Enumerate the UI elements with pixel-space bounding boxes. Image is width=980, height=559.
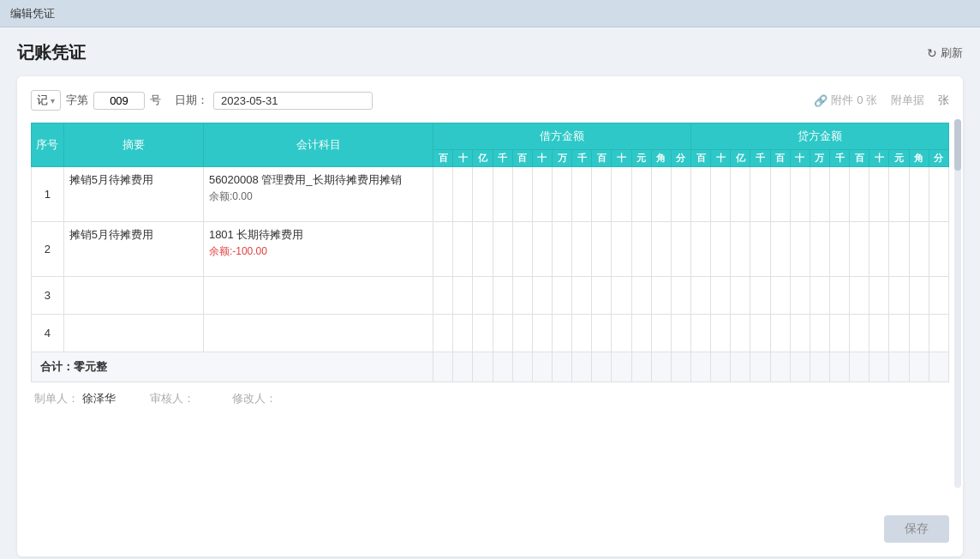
row-3-debit-10[interactable] — [612, 277, 631, 315]
scrollbar-thumb[interactable] — [954, 119, 961, 171]
row-1-credit-5[interactable] — [770, 167, 790, 222]
row-2-credit-1[interactable] — [691, 222, 711, 277]
row-4-credit-12[interactable] — [909, 315, 929, 352]
row-3-debit-1[interactable] — [433, 277, 453, 315]
table-row[interactable]: 3 — [32, 277, 949, 315]
row-3-debit-6[interactable] — [532, 277, 552, 315]
row-4-debit-5[interactable] — [512, 315, 532, 352]
row-4-credit-4[interactable] — [750, 315, 770, 352]
row-2-credit-8[interactable] — [830, 222, 850, 277]
row-2-debit-8[interactable] — [572, 222, 592, 277]
row-2-debit-4[interactable] — [493, 222, 512, 277]
row-4-credit-6[interactable] — [790, 315, 810, 352]
row-3-debit-12[interactable] — [651, 277, 671, 315]
row-1-credit-8[interactable] — [830, 167, 850, 222]
row-2-debit-9[interactable] — [592, 222, 612, 277]
row-4-debit-9[interactable] — [592, 315, 612, 352]
row-2-debit-12[interactable] — [651, 222, 671, 277]
row-3-credit-2[interactable] — [711, 277, 731, 315]
row-3-debit-3[interactable] — [473, 277, 493, 315]
row-1-credit-4[interactable] — [750, 167, 770, 222]
row-4-credit-1[interactable] — [691, 315, 711, 352]
row-2-debit-13[interactable] — [671, 222, 690, 277]
row-2-debit-5[interactable] — [512, 222, 532, 277]
row-1-credit-6[interactable] — [790, 167, 810, 222]
voucher-number-input[interactable] — [93, 92, 145, 110]
row-2-debit-2[interactable] — [453, 222, 473, 277]
row-4-debit-13[interactable] — [671, 315, 690, 352]
row-1-account[interactable]: 56020008 管理费用_长期待摊费用摊销余额:0.00 — [203, 167, 433, 222]
row-2-credit-9[interactable] — [850, 222, 869, 277]
row-4-credit-5[interactable] — [770, 315, 790, 352]
row-4-credit-3[interactable] — [731, 315, 750, 352]
voucher-type-select[interactable]: 记 ▾ — [31, 90, 61, 111]
row-2-account[interactable]: 1801 长期待摊费用余额:-100.00 — [203, 222, 433, 277]
row-1-summary[interactable]: 摊销5月待摊费用 — [63, 167, 203, 222]
row-3-credit-6[interactable] — [790, 277, 810, 315]
row-3-credit-13[interactable] — [929, 277, 948, 315]
row-3-credit-7[interactable] — [810, 277, 829, 315]
attachment-link[interactable]: 🔗 附件 0 张 — [814, 93, 877, 108]
row-2-debit-7[interactable] — [552, 222, 571, 277]
row-3-debit-5[interactable] — [512, 277, 532, 315]
row-4-summary[interactable] — [63, 315, 203, 352]
row-4-debit-7[interactable] — [552, 315, 571, 352]
row-1-debit-12[interactable] — [651, 167, 671, 222]
row-2-credit-2[interactable] — [711, 222, 731, 277]
row-3-credit-8[interactable] — [830, 277, 850, 315]
row-4-credit-7[interactable] — [810, 315, 829, 352]
row-2-credit-13[interactable] — [929, 222, 948, 277]
table-row[interactable]: 4 — [32, 315, 949, 352]
row-1-debit-1[interactable] — [433, 167, 453, 222]
row-1-debit-7[interactable] — [552, 167, 571, 222]
row-4-debit-8[interactable] — [572, 315, 592, 352]
row-1-debit-11[interactable] — [631, 167, 651, 222]
row-1-debit-9[interactable] — [592, 167, 612, 222]
row-4-debit-1[interactable] — [433, 315, 453, 352]
table-row[interactable]: 1摊销5月待摊费用56020008 管理费用_长期待摊费用摊销余额:0.00 — [32, 167, 949, 222]
row-1-credit-12[interactable] — [909, 167, 929, 222]
row-2-debit-1[interactable] — [433, 222, 453, 277]
row-3-credit-11[interactable] — [889, 277, 909, 315]
row-3-credit-1[interactable] — [691, 277, 711, 315]
row-1-debit-10[interactable] — [612, 167, 631, 222]
attachment-list-label[interactable]: 附单据 — [891, 93, 924, 108]
date-input[interactable] — [213, 92, 373, 110]
row-2-summary[interactable]: 摊销5月待摊费用 — [63, 222, 203, 277]
row-3-debit-11[interactable] — [631, 277, 651, 315]
row-2-debit-3[interactable] — [473, 222, 493, 277]
refresh-button[interactable]: ↻ 刷新 — [927, 45, 963, 61]
row-1-credit-11[interactable] — [889, 167, 909, 222]
row-4-debit-11[interactable] — [631, 315, 651, 352]
save-button[interactable]: 保存 — [884, 515, 949, 543]
row-3-debit-13[interactable] — [671, 277, 690, 315]
row-2-credit-6[interactable] — [790, 222, 810, 277]
row-1-debit-13[interactable] — [671, 167, 690, 222]
row-3-credit-3[interactable] — [731, 277, 750, 315]
row-3-debit-9[interactable] — [592, 277, 612, 315]
row-3-debit-7[interactable] — [552, 277, 571, 315]
row-4-debit-2[interactable] — [453, 315, 473, 352]
row-3-credit-10[interactable] — [869, 277, 889, 315]
row-2-credit-11[interactable] — [889, 222, 909, 277]
row-2-credit-7[interactable] — [810, 222, 829, 277]
row-3-credit-4[interactable] — [750, 277, 770, 315]
row-4-credit-2[interactable] — [711, 315, 731, 352]
row-4-debit-10[interactable] — [612, 315, 631, 352]
row-2-credit-10[interactable] — [869, 222, 889, 277]
row-1-credit-1[interactable] — [691, 167, 711, 222]
table-row[interactable]: 2摊销5月待摊费用1801 长期待摊费用余额:-100.00 — [32, 222, 949, 277]
row-1-credit-7[interactable] — [810, 167, 829, 222]
row-3-credit-9[interactable] — [850, 277, 869, 315]
row-2-debit-11[interactable] — [631, 222, 651, 277]
row-2-credit-5[interactable] — [770, 222, 790, 277]
row-3-account[interactable] — [203, 277, 433, 315]
row-4-credit-13[interactable] — [929, 315, 948, 352]
row-1-credit-3[interactable] — [731, 167, 750, 222]
row-1-credit-2[interactable] — [711, 167, 731, 222]
row-3-summary[interactable] — [63, 277, 203, 315]
row-2-credit-4[interactable] — [750, 222, 770, 277]
row-1-credit-9[interactable] — [850, 167, 869, 222]
row-1-debit-6[interactable] — [532, 167, 552, 222]
row-3-credit-12[interactable] — [909, 277, 929, 315]
